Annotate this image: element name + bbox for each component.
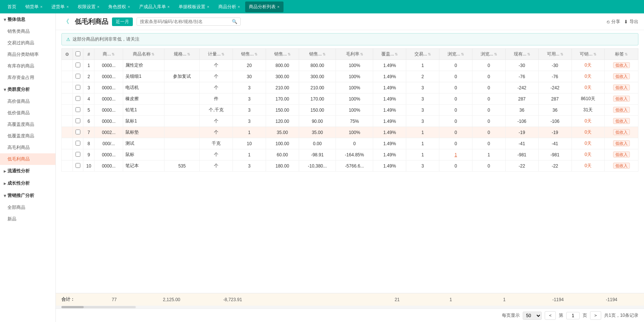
sidebar-group-growth[interactable]: ▸ 成长性分析 (0, 177, 55, 189)
per-page-select[interactable]: 50 100 (523, 312, 542, 320)
nav-permissions[interactable]: 权限设置 × (74, 1, 103, 12)
row-checkbox[interactable] (76, 74, 80, 79)
sidebar-group-marketing[interactable]: ▾ 营销推广分析 (0, 189, 55, 202)
row-checkbox-cell[interactable] (73, 127, 83, 138)
col-sales3[interactable]: 销售...⇅ (299, 49, 336, 60)
sidebar-item-all-products[interactable]: 全部商品 (0, 202, 55, 213)
table-row: 7 0002... 鼠标垫 个 1 35.00 35.00 100% 1.49%… (62, 127, 638, 138)
nav-product-analysis[interactable]: 商品分析 × (215, 1, 244, 12)
sidebar-item-category-rate[interactable]: 商品分类助销率 (0, 49, 55, 60)
col-settings[interactable]: ⚙ (62, 49, 73, 60)
row-checkbox[interactable] (76, 163, 80, 168)
col-sellable[interactable]: 可销...⇅ (571, 49, 605, 60)
sidebar-item-inventory-funds[interactable]: 库存资金占用 (0, 72, 55, 83)
nav-close-icon[interactable]: × (277, 4, 279, 9)
col-trade[interactable]: 交易...⇅ (406, 49, 439, 60)
nav-close-icon[interactable]: × (40, 4, 42, 9)
pagination-bar: 每页显示 50 100 ＜ 第 页 ＞ 共1页，10条记录 (56, 309, 644, 322)
search-box: 🔍 (137, 17, 241, 26)
col-tag[interactable]: 标签⇅ (605, 49, 638, 60)
tag-badge: 低收入 (613, 85, 630, 90)
row-checkbox-cell[interactable] (73, 60, 83, 71)
sidebar-item-low-coverage[interactable]: 低覆盖度商品 (0, 130, 55, 142)
row-checkbox-cell[interactable] (73, 160, 83, 172)
scrollbar-thumb[interactable] (61, 306, 84, 308)
nav-close-icon[interactable]: × (167, 4, 170, 9)
page-number-input[interactable] (566, 312, 580, 319)
sidebar-item-stocked-products[interactable]: 有库存的商品 (0, 60, 55, 72)
nav-template-settings[interactable]: 单据模板设置 × (175, 1, 213, 12)
share-button[interactable]: ⎋ 分享 (607, 19, 620, 25)
row-checkbox[interactable] (76, 63, 80, 67)
row-checkbox-cell[interactable] (73, 93, 83, 105)
nav-roles[interactable]: 角色授权 × (105, 1, 134, 12)
nav-close-icon[interactable]: × (238, 4, 240, 9)
col-current[interactable]: 现有...⇅ (505, 49, 538, 60)
nav-close-icon[interactable]: × (66, 4, 68, 9)
per-page-label: 每页显示 (502, 312, 520, 319)
row-checkbox[interactable] (76, 130, 80, 134)
sidebar-item-high-margin[interactable]: 高毛利商品 (0, 142, 55, 153)
horizontal-scrollbar[interactable] (56, 306, 644, 309)
sidebar-item-high-value[interactable]: 高价值商品 (0, 96, 55, 107)
col-unit[interactable]: 计量...⇅ (200, 49, 233, 60)
row-checkbox-cell[interactable] (73, 105, 83, 116)
row-sales3: -10,380... (299, 160, 336, 172)
row-checkbox[interactable] (76, 107, 80, 112)
row-spec (164, 105, 200, 116)
row-checkbox[interactable] (76, 96, 80, 101)
col-check[interactable] (73, 49, 83, 60)
share-icon: ⎋ (607, 19, 610, 25)
col-browse2[interactable]: 浏览...⇅ (472, 49, 505, 60)
nav-products-inbound[interactable]: 产成品入库单 × (135, 1, 173, 12)
sidebar-item-low-margin[interactable]: 低毛利商品 (0, 153, 55, 165)
nav-product-analysis-list[interactable]: 商品分析列表 × (245, 1, 283, 12)
next-page-button[interactable]: ＞ (590, 311, 601, 320)
sidebar-item-low-value[interactable]: 低价值商品 (0, 107, 55, 119)
col-code[interactable]: 商...⇅ (94, 49, 123, 60)
col-spec[interactable]: 规格...⇅ (164, 49, 200, 60)
select-all-checkbox[interactable] (76, 51, 80, 56)
row-checkbox-cell[interactable] (73, 138, 83, 149)
col-sales1[interactable]: 销售...⇅ (233, 49, 266, 60)
col-available[interactable]: 可用...⇅ (538, 49, 571, 60)
nav-home[interactable]: 首页 (4, 1, 20, 12)
filter-period-button[interactable]: 近一月 (112, 17, 133, 26)
search-icon[interactable]: 🔍 (232, 19, 237, 24)
row-checkbox-cell[interactable] (73, 82, 83, 93)
export-button[interactable]: ⬇ 导出 (624, 19, 638, 25)
nav-close-icon[interactable]: × (128, 4, 130, 9)
nav-purchase[interactable]: 进货单 × (48, 1, 72, 12)
sidebar-group-overall[interactable]: ▾ 整体信息 (0, 13, 55, 26)
collapse-sidebar-button[interactable]: 《 (61, 18, 71, 26)
col-name[interactable]: 商品名称⇅ (123, 49, 164, 60)
row-browse2: 0 (472, 82, 505, 93)
nav-close-icon[interactable]: × (207, 4, 209, 9)
col-sales2[interactable]: 销售...⇅ (266, 49, 299, 60)
row-checkbox-cell[interactable] (73, 71, 83, 82)
footer-sales1: 77 (103, 297, 125, 302)
nav-close-icon[interactable]: × (97, 4, 99, 9)
sidebar-item-sales-products[interactable]: 销售类商品 (0, 26, 55, 37)
row-checkbox[interactable] (76, 118, 80, 123)
col-margin[interactable]: 毛利率⇅ (336, 49, 373, 60)
sidebar-item-traded-products[interactable]: 交易过的商品 (0, 37, 55, 49)
sidebar-item-high-coverage[interactable]: 高覆盖度商品 (0, 119, 55, 130)
scrollbar-track[interactable] (61, 306, 136, 308)
row-checkbox[interactable] (76, 152, 80, 157)
row-margin: 100% (336, 60, 373, 71)
sidebar-group-circulation[interactable]: ▸ 流通性分析 (0, 165, 55, 177)
search-input[interactable] (140, 19, 230, 24)
prev-page-button[interactable]: ＜ (545, 311, 556, 320)
row-checkbox-cell[interactable] (73, 116, 83, 127)
row-sales2: 120.00 (266, 116, 299, 127)
nav-sales[interactable]: 销货单 × (22, 1, 46, 12)
col-browse1[interactable]: 浏览...⇅ (439, 49, 472, 60)
sidebar-group-cluster[interactable]: ▾ 类群度分析 (0, 83, 55, 96)
row-checkbox[interactable] (76, 85, 80, 90)
row-checkbox-cell[interactable] (73, 149, 83, 160)
row-browse1[interactable]: 1 (439, 149, 472, 160)
sidebar-item-new-products[interactable]: 新品 (0, 213, 55, 225)
col-coverage[interactable]: 覆盖...⇅ (373, 49, 406, 60)
row-checkbox[interactable] (76, 141, 80, 146)
